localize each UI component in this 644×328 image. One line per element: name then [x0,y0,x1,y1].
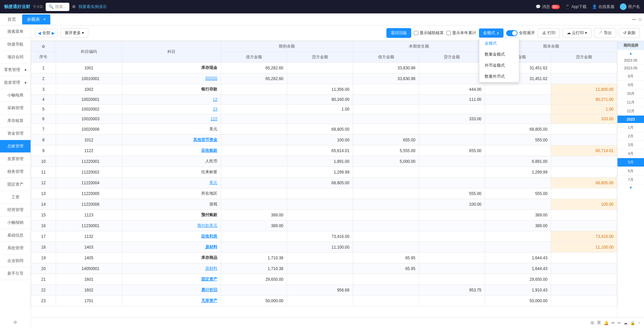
sidebar-item-search[interactable]: 搜索菜单 [0,25,31,38]
online-service-btn[interactable]: 👤 在线客服 [592,4,614,10]
sidebar-item-tax[interactable]: 税务管理 [0,166,31,178]
bottom-btn-lock[interactable]: 🔒 [630,321,635,325]
amount-type-dropdown[interactable]: 金额式 ∧ 金额式 数量金额式 外币金额式 数量外币式 [479,28,503,38]
subject-search[interactable]: ◀ 全部 ▶ [35,29,58,37]
tab-balance[interactable]: 余额表 × [22,14,50,24]
tab-home[interactable]: 首页 [3,14,21,24]
period-nav-up[interactable]: ▲ [618,50,644,57]
sidebar-item-cooperation[interactable]: 企业协同 [0,255,31,267]
period-month-11[interactable]: 11月 [618,98,644,107]
app-download-btn[interactable]: 📱 App下载 [565,4,587,10]
row-subject[interactable]: 122 [122,114,221,124]
bottom-btn-edit[interactable]: ✏ [611,321,615,325]
period-year-2023[interactable]: 2023 [618,116,644,123]
period-start-date[interactable]: 2023.05 [618,57,644,64]
sidebar-item-assets[interactable]: 固定资产 [0,178,31,191]
col-header-no: 序号 [31,52,56,63]
period-end-date[interactable]: 2023.05 [618,64,644,72]
column-settings-icon[interactable]: ⚙ [42,44,45,49]
refresh-btn[interactable]: ↺ 刷新 [619,28,640,38]
amount-type-btn[interactable]: 金额式 ∧ [479,28,503,38]
cloud-print-icon: ☁ [567,30,571,35]
sidebar-item-system[interactable]: 系统管理 [0,242,31,255]
message-btn[interactable]: 💬 消息 99+ [536,4,560,10]
sidebar-item-project[interactable]: 项目合同 [0,51,31,64]
export-btn[interactable]: ↗ 导出 [594,28,616,38]
sidebar-item-expense[interactable]: 小畅报销 [0,216,31,229]
sidebar-item-salary[interactable]: 工资 [0,191,31,204]
sidebar-item-retail[interactable]: 零售管理 ▾ [0,64,31,76]
row-subject[interactable]: 固定资产 [122,274,221,285]
top-search-bar[interactable]: 🔍 搜索... [46,3,69,11]
period-month-9[interactable]: 9月 [618,81,644,89]
print-btn[interactable]: 🖨 打印 [538,28,559,38]
sidebar-item-guide[interactable]: 新手引导 [0,267,31,280]
row-subject[interactable]: 其他货币资金 [122,135,221,145]
sidebar-item-purchase[interactable]: 采购管理 [0,102,31,115]
bottom-btn-1[interactable]: ㊙ [590,320,594,326]
nav-right-icon[interactable]: ▶ [52,31,55,36]
bottom-btn-lang[interactable]: 英 [597,320,601,326]
table-settings-col[interactable]: ⚙ [31,41,56,52]
sidebar-item-basic[interactable]: 基础信息 [0,229,31,242]
row-no: 6 [31,114,56,124]
sidebar-item-capital[interactable]: 资金管理 [0,127,31,140]
bottom-btn-up[interactable]: ↑ [638,321,640,325]
show-assist-checkbox[interactable]: 显示辅助核算 [414,30,444,36]
period-month-12[interactable]: 12月 [618,107,644,116]
row-subject[interactable]: 美元 [122,178,221,188]
row-subject[interactable]: 累计折旧 [122,285,221,296]
return-old-btn[interactable]: 退回旧版 [386,28,411,38]
period-month-10[interactable]: 10月 [618,89,644,98]
toggle-switch[interactable] [506,30,518,36]
expand-more-btn[interactable]: 展开更多 ▾ [60,28,88,38]
row-subject[interactable]: 应收账款 [122,145,221,156]
settings-icon[interactable]: ⚙ [72,4,76,9]
sidebar-item-invoice[interactable]: 发票管理 [0,153,31,166]
row-opening-debit: 65,282.60 [221,73,287,84]
sidebar-item-wholesale[interactable]: 批发管理 ▾ [0,76,31,89]
period-month-7[interactable]: 7月 [618,176,644,184]
row-subject[interactable]: 原材料 [122,242,221,253]
window-max-btn[interactable]: □ [639,17,641,22]
period-nav-down[interactable]: ▼ [618,184,644,191]
menu-item-currency-amount[interactable]: 外币金额式 [479,60,519,71]
row-subject[interactable]: 应收利息 [122,231,221,242]
row-subject[interactable]: 原材料 [122,263,221,274]
row-closing-credit [551,135,617,145]
period-month-8[interactable]: 8月 [618,72,644,81]
sidebar-settings-btn[interactable]: ⚙ [0,317,31,328]
sidebar-item-ecommerce[interactable]: 小畅电商 [0,89,31,102]
period-month-3[interactable]: 3月 [618,141,644,149]
menu-item-amount[interactable]: 金额式 [479,38,519,49]
row-subject[interactable]: 预付款美元 [122,220,221,231]
period-month-2[interactable]: 2月 [618,132,644,141]
row-closing-debit [485,114,551,124]
sidebar-item-inventory[interactable]: 库存核算 [0,115,31,127]
period-month-5[interactable]: 5月 [618,158,644,167]
bottom-btn-notify[interactable]: 🔔 [604,321,609,325]
period-month-4[interactable]: 4月 [618,149,644,158]
show-yearly-checkbox[interactable]: 显示本年累计 [446,30,476,36]
row-subject[interactable]: 回回回 [122,73,221,84]
sidebar-item-ledger[interactable]: 总账管理 [0,140,31,153]
demo-link[interactable]: 我要看实例演示 [78,4,107,10]
row-subject[interactable]: 无形资产 [122,296,221,306]
period-month-1[interactable]: 1月 [618,123,644,132]
bottom-btn-cut[interactable]: ✂ [618,321,621,325]
expand-all-toggle[interactable]: 全部展开 [506,30,535,36]
tab-close-btn[interactable]: × [43,17,46,22]
row-current-debit [353,199,419,210]
menu-item-quantity-currency[interactable]: 数量外币式 [479,71,519,82]
menu-item-quantity-amount[interactable]: 数量金额式 [479,49,519,60]
period-month-6[interactable]: 6月 [618,167,644,176]
cloud-print-btn[interactable]: ☁ 云打印 ▾ [562,28,592,38]
row-subject[interactable]: 12 [122,95,221,105]
row-subject[interactable]: 23 [122,105,221,114]
window-min-btn[interactable]: — [632,17,636,22]
bottom-btn-cloud[interactable]: ☁ [624,321,628,325]
user-btn[interactable]: 用户名 [620,3,640,10]
nav-left-icon[interactable]: ◀ [38,31,41,36]
sidebar-item-nav[interactable]: 快捷导航 [0,38,31,51]
sidebar-item-management[interactable]: 经营管理 [0,204,31,216]
